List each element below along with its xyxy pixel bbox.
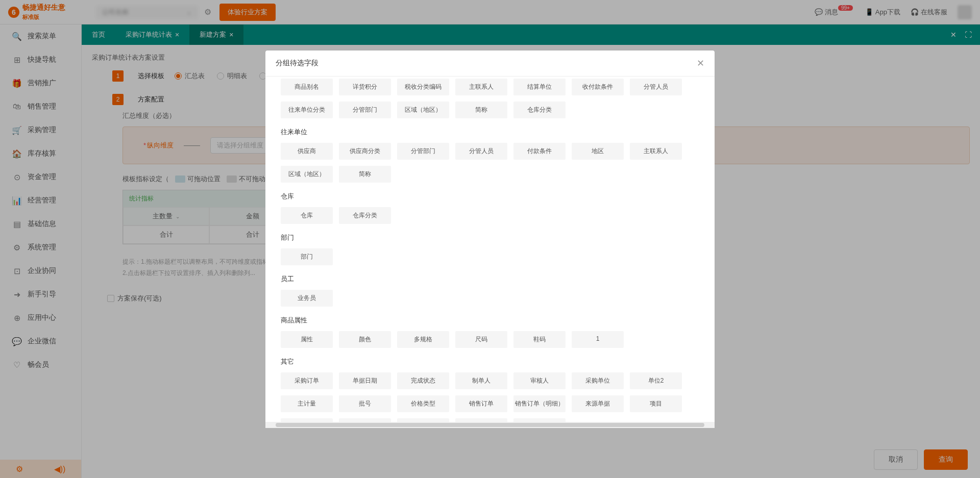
field-chip[interactable]: 来源单据 xyxy=(572,395,624,412)
field-chip[interactable]: 销售订单（明细） xyxy=(513,395,566,412)
field-chip[interactable]: 仓库分类 xyxy=(513,102,566,118)
field-chip[interactable]: 仓库分类 xyxy=(339,207,391,224)
field-chip[interactable]: 单位2 xyxy=(630,372,682,389)
field-chip[interactable]: 1 xyxy=(572,331,624,348)
field-chip[interactable]: 商品别名 xyxy=(281,79,333,95)
field-chip[interactable]: 付款条件 xyxy=(513,143,566,160)
field-chip[interactable]: 销售订单 xyxy=(455,395,507,412)
field-chip[interactable]: 鞋码 xyxy=(513,331,566,348)
field-chip[interactable]: 是否开票 xyxy=(513,418,566,422)
field-chip[interactable]: 收付款条件 xyxy=(572,79,624,95)
field-chip[interactable]: 颜色 xyxy=(339,331,391,348)
field-chip[interactable]: 多规格 xyxy=(397,331,449,348)
horizontal-scrollbar[interactable] xyxy=(265,422,715,428)
field-chip[interactable]: 往来单位分类 xyxy=(281,102,333,118)
close-icon[interactable]: ✕ xyxy=(697,58,704,69)
field-chip[interactable]: 分管部门 xyxy=(339,102,391,118)
field-chip[interactable]: 税收分类编码 xyxy=(397,79,449,95)
field-chip[interactable]: 行中止 xyxy=(339,418,391,422)
field-chip[interactable]: 部门 xyxy=(281,248,333,265)
field-chip[interactable]: 主联系人 xyxy=(455,79,507,95)
field-chip[interactable]: 完成状态 xyxy=(397,372,449,389)
field-chip[interactable]: 供应商分类 xyxy=(339,143,391,160)
field-chip[interactable]: 主联系人 xyxy=(630,143,682,160)
group-title: 员工 xyxy=(281,274,699,284)
field-chip[interactable]: 单据日期 xyxy=(339,372,391,389)
field-chip[interactable]: 批号 xyxy=(339,395,391,412)
field-chip[interactable]: 详货积分 xyxy=(339,79,391,95)
field-chip[interactable]: 区域（地区） xyxy=(397,102,449,118)
field-chip[interactable]: 车架号 xyxy=(397,418,449,422)
group-title: 其它 xyxy=(281,357,699,366)
field-chip[interactable]: 仓库 xyxy=(281,207,333,224)
field-chip[interactable]: 供应商 xyxy=(281,143,333,160)
field-chip[interactable]: 项目分类 xyxy=(281,418,333,422)
field-chip[interactable]: 结算单位 xyxy=(513,79,566,95)
field-chip[interactable]: 审核人 xyxy=(513,372,566,389)
field-chip[interactable]: 采购单位 xyxy=(572,372,624,389)
field-chip[interactable]: 分管部门 xyxy=(397,143,449,160)
field-chip[interactable]: 业务员 xyxy=(281,290,333,307)
field-chip[interactable]: 采购订单 xyxy=(281,372,333,389)
field-selector-modal: 分组待选字段 ✕ 商品别名详货积分税收分类编码主联系人结算单位收付款条件分管人员… xyxy=(265,51,715,428)
field-chip[interactable]: 项目 xyxy=(630,395,682,412)
field-chip[interactable]: 尺码 xyxy=(455,331,507,348)
field-chip[interactable]: 简称 xyxy=(455,102,507,118)
group-title: 部门 xyxy=(281,233,699,242)
field-chip[interactable]: 主计量 xyxy=(281,395,333,412)
group-title: 仓库 xyxy=(281,192,699,201)
group-title: 往来单位 xyxy=(281,128,699,137)
field-chip[interactable]: 属性 xyxy=(281,331,333,348)
field-chip[interactable]: 分管人员 xyxy=(455,143,507,160)
field-chip[interactable]: 地区 xyxy=(572,143,624,160)
field-chip[interactable]: 分管人员 xyxy=(630,79,682,95)
field-chip[interactable]: 简称 xyxy=(339,166,391,183)
field-chip[interactable]: 价格类型 xyxy=(397,395,449,412)
group-title: 商品属性 xyxy=(281,316,699,325)
modal-title: 分组待选字段 xyxy=(276,59,318,68)
field-chip[interactable]: 区域（地区） xyxy=(281,166,333,183)
field-chip[interactable]: 零件名称 xyxy=(455,418,507,422)
field-chip[interactable]: 制单人 xyxy=(455,372,507,389)
